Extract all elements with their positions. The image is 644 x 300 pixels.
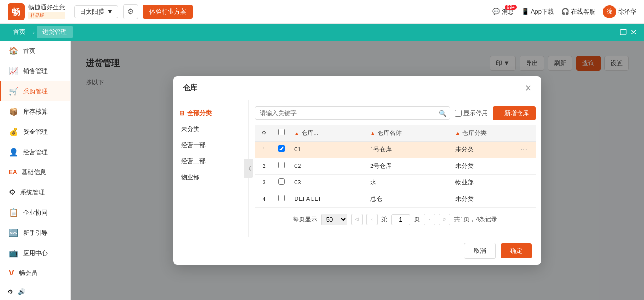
- row-name: 水: [365, 174, 450, 191]
- select-all-checkbox[interactable]: [278, 129, 285, 135]
- content-area: 进货管理 印 ▼ 导出 刷新 查询 设置 按以下 仓库 ✕: [71, 41, 644, 300]
- row-checkbox[interactable]: [278, 162, 285, 168]
- row-checkbox[interactable]: [278, 145, 285, 152]
- pagination: 每页显示 50 20 100 ⊲ ‹: [255, 208, 536, 231]
- col-checkbox: [273, 125, 289, 142]
- dialog-close-button[interactable]: ✕: [525, 83, 532, 93]
- logo-icon: 畅: [8, 3, 25, 20]
- subnav-home[interactable]: 首页: [8, 26, 31, 38]
- store-selector[interactable]: 日太阳膜 ▼: [74, 5, 118, 18]
- table-row[interactable]: 1 01 1号仓库 未分类···: [255, 141, 536, 158]
- sidebar-label-management: 经营管理: [23, 148, 48, 157]
- search-input[interactable]: [255, 106, 450, 120]
- table-row[interactable]: 3 03 水 物业部: [255, 174, 536, 191]
- restore-window-button[interactable]: ❐: [620, 28, 627, 37]
- show-disabled-checkbox[interactable]: 显示停用: [455, 109, 488, 117]
- trial-button[interactable]: 体验行业方案: [143, 5, 193, 19]
- table-row[interactable]: 2 02 2号仓库 未分类: [255, 158, 536, 174]
- table-body: 1 01 1号仓库 未分类··· 2 02 2号仓库 未分类 3 03 水 物业…: [255, 141, 536, 207]
- first-page-button[interactable]: ⊲: [351, 214, 363, 225]
- logo-text: 畅捷通好生意: [28, 4, 65, 12]
- header-right: 💬 消息 99+ 📱 App下载 🎧 在线客服 徐 徐泽华: [492, 5, 636, 18]
- last-page-icon: ⊳: [442, 216, 447, 223]
- search-wrapper: 🔍: [255, 106, 450, 120]
- disabled-checkbox[interactable]: [455, 110, 462, 117]
- prev-page-button[interactable]: ‹: [366, 214, 378, 225]
- row-name: 1号仓库: [365, 141, 450, 158]
- sidebar-item-purchase[interactable]: 🛒 采购管理: [0, 81, 70, 101]
- window-controls: ❐ ✕: [620, 28, 636, 37]
- close-window-button[interactable]: ✕: [630, 28, 636, 37]
- collapse-panel-button[interactable]: 《: [244, 159, 253, 178]
- logo-sub: 精品版: [28, 12, 65, 19]
- warehouse-dialog: 仓库 ✕ ⊞ 全部分类 未分类 经营: [173, 76, 541, 265]
- sidebar-item-apps[interactable]: 📺 应用中心: [0, 243, 70, 263]
- dialog-body: ⊞ 全部分类 未分类 经营一部 经营二部 物业部: [173, 100, 541, 237]
- sidebar-label-home: 首页: [23, 47, 35, 55]
- table-wrapper: ⚙ ▲ 仓库...: [255, 125, 536, 208]
- subnav-purchase[interactable]: 进货管理: [37, 26, 73, 38]
- message-button[interactable]: 💬 消息 99+: [492, 8, 514, 16]
- next-page-button[interactable]: ›: [424, 214, 435, 225]
- sidebar-item-system[interactable]: ⚙ 系统管理: [0, 182, 70, 202]
- row-actions[interactable]: ···: [521, 145, 527, 154]
- page-section-label: 第: [381, 215, 388, 224]
- sidebar-item-inventory[interactable]: 📦 库存核算: [0, 101, 70, 122]
- row-name: 2号仓库: [365, 158, 450, 174]
- inventory-icon: 📦: [9, 107, 18, 116]
- category-item-ops2[interactable]: 经营二部: [173, 153, 248, 169]
- search-icon[interactable]: 🔍: [439, 109, 446, 117]
- sidebar-item-membership[interactable]: V 畅会员: [0, 263, 70, 283]
- user-profile[interactable]: 徐 徐泽华: [603, 5, 636, 18]
- online-service-button[interactable]: 🎧 在线客服: [561, 8, 595, 16]
- collapse-icon: 《: [246, 165, 251, 173]
- row-category: 物业部: [451, 174, 536, 191]
- app-download-label: App下载: [531, 8, 554, 16]
- confirm-button[interactable]: 确定: [501, 243, 532, 258]
- sidebar-item-sales[interactable]: 📈 销售管理: [0, 61, 70, 81]
- membership-icon: V: [9, 269, 14, 277]
- category-item-ops1[interactable]: 经营一部: [173, 137, 248, 153]
- avatar-initial: 徐: [607, 8, 612, 16]
- home-icon: 🏠: [9, 46, 18, 55]
- guide-icon: 🆕: [9, 228, 18, 237]
- modal-overlay: 仓库 ✕ ⊞ 全部分类 未分类 经营: [71, 41, 644, 300]
- sidebar-item-basic-info[interactable]: EA 基础信息: [0, 162, 70, 182]
- category-item-uncategorized[interactable]: 未分类: [173, 121, 248, 137]
- last-page-button[interactable]: ⊳: [439, 214, 450, 225]
- sidebar-item-home[interactable]: 🏠 首页: [0, 41, 70, 61]
- app-download-button[interactable]: 📱 App下载: [521, 8, 554, 16]
- row-checkbox[interactable]: [278, 178, 285, 185]
- sidebar-item-management[interactable]: 👤 经营管理: [0, 142, 70, 162]
- category-panel: ⊞ 全部分类 未分类 经营一部 经营二部 物业部: [173, 100, 249, 237]
- row-checkbox[interactable]: [278, 195, 285, 201]
- col-name: ▲ 仓库名称: [365, 125, 450, 142]
- all-categories-button[interactable]: ⊞ 全部分类: [173, 105, 248, 121]
- sidebar-label-system: 系统管理: [20, 188, 45, 197]
- settings-button[interactable]: ⚙: [123, 4, 138, 19]
- sidebar-item-finance[interactable]: 💰 资金管理: [0, 122, 70, 142]
- row-code: 03: [289, 174, 365, 191]
- row-index: 3: [255, 174, 273, 191]
- page-size-select[interactable]: 50 20 100: [321, 214, 347, 225]
- table-row[interactable]: 4 DEFAULT 总仓 未分类: [255, 191, 536, 207]
- add-warehouse-button[interactable]: + 新增仓库: [493, 106, 536, 120]
- sidebar-label-guide: 新手引导: [23, 229, 48, 237]
- col-code: ▲ 仓库...: [289, 125, 365, 142]
- category-item-property[interactable]: 物业部: [173, 169, 248, 185]
- sidebar-volume-icon[interactable]: 🔊: [18, 288, 25, 295]
- headset-icon: 🎧: [561, 8, 569, 15]
- page-input[interactable]: [391, 214, 410, 225]
- row-category: 未分类: [451, 158, 536, 174]
- sidebar-item-enterprise[interactable]: 📋 企业协同: [0, 202, 70, 223]
- show-disabled-label: 显示停用: [463, 109, 488, 117]
- first-page-icon: ⊲: [355, 216, 359, 223]
- sidebar-item-guide[interactable]: 🆕 新手引导: [0, 223, 70, 243]
- page-label: 页: [414, 215, 420, 224]
- sidebar-settings-icon[interactable]: ⚙: [8, 288, 13, 295]
- sales-icon: 📈: [9, 67, 18, 75]
- logo-area: 畅 畅捷通好生意 精品版: [8, 3, 65, 20]
- cancel-button[interactable]: 取消: [464, 243, 496, 259]
- avatar: 徐: [603, 5, 616, 18]
- row-checkbox-cell: [273, 174, 289, 191]
